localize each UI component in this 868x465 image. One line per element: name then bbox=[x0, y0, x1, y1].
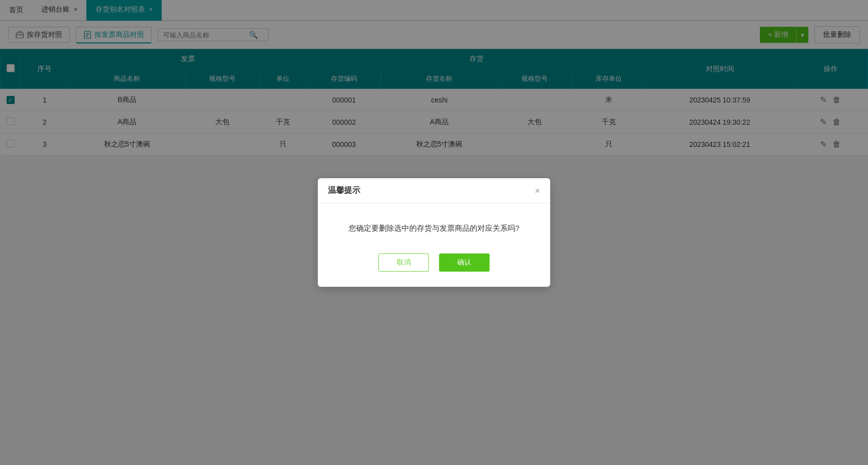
dialog-overlay: 温馨提示 × 您确定要删除选中的存货与发票商品的对应关系吗? 取消 确认 bbox=[0, 0, 868, 156]
